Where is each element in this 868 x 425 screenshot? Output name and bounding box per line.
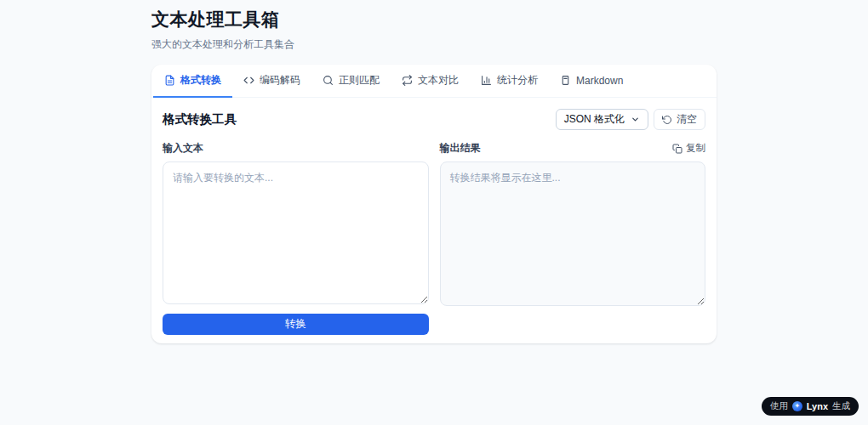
lynx-logo-icon: ✦ bbox=[792, 401, 802, 411]
markdown-icon bbox=[560, 75, 571, 86]
tab-label: 统计分析 bbox=[497, 73, 538, 88]
tab-label: 编码解码 bbox=[260, 73, 300, 88]
format-select[interactable]: JSON 格式化 bbox=[556, 109, 648, 130]
tab-label: 格式转换 bbox=[180, 73, 221, 88]
input-label: 输入文本 bbox=[163, 141, 203, 156]
badge-prefix: 使用 bbox=[770, 400, 788, 412]
input-panel: 输入文本 转换 bbox=[163, 141, 429, 335]
tool-card: 格式转换 编码解码 正则匹配 文本对比 bbox=[151, 65, 717, 343]
copy-button[interactable]: 复制 bbox=[672, 142, 705, 155]
output-label: 输出结果 bbox=[440, 141, 481, 156]
output-panel: 输出结果 复制 bbox=[440, 141, 706, 335]
bar-chart-icon bbox=[481, 75, 492, 86]
input-textarea[interactable] bbox=[163, 162, 429, 304]
copy-button-label: 复制 bbox=[686, 142, 705, 155]
output-textarea[interactable] bbox=[440, 162, 706, 306]
tool-panel: 格式转换工具 JSON 格式化 清空 bbox=[151, 98, 717, 343]
tab-label: 文本对比 bbox=[418, 73, 459, 88]
tab-markdown[interactable]: Markdown bbox=[549, 65, 634, 98]
tab-encode-decode[interactable]: 编码解码 bbox=[232, 65, 311, 98]
clear-button-label: 清空 bbox=[677, 112, 697, 127]
tab-label: 正则匹配 bbox=[339, 73, 380, 88]
file-text-icon bbox=[164, 75, 175, 86]
page-container: 文本处理工具箱 强大的文本处理和分析工具集合 格式转换 编码解码 正则匹配 bbox=[151, 0, 717, 343]
refresh-icon bbox=[662, 115, 672, 125]
clear-button[interactable]: 清空 bbox=[654, 109, 705, 130]
swap-icon bbox=[402, 75, 413, 86]
section-title: 格式转换工具 bbox=[163, 111, 237, 128]
search-icon bbox=[323, 75, 334, 86]
convert-button[interactable]: 转换 bbox=[163, 314, 429, 335]
badge-brand: Lynx bbox=[807, 401, 828, 411]
code-icon bbox=[243, 75, 254, 86]
tab-label: Markdown bbox=[576, 75, 623, 87]
tab-bar: 格式转换 编码解码 正则匹配 文本对比 bbox=[151, 65, 717, 98]
tab-regex-match[interactable]: 正则匹配 bbox=[311, 65, 391, 98]
badge-suffix: 生成 bbox=[832, 400, 850, 412]
tab-format-convert[interactable]: 格式转换 bbox=[153, 65, 232, 98]
copy-icon bbox=[672, 144, 682, 154]
tab-text-diff[interactable]: 文本对比 bbox=[391, 65, 470, 98]
page-title: 文本处理工具箱 bbox=[151, 8, 717, 31]
lynx-badge[interactable]: 使用 ✦ Lynx 生成 bbox=[762, 397, 859, 416]
format-select-value: JSON 格式化 bbox=[564, 112, 625, 127]
chevron-down-icon bbox=[631, 115, 640, 124]
tab-stats-analysis[interactable]: 统计分析 bbox=[470, 65, 549, 98]
page-subtitle: 强大的文本处理和分析工具集合 bbox=[151, 37, 717, 52]
